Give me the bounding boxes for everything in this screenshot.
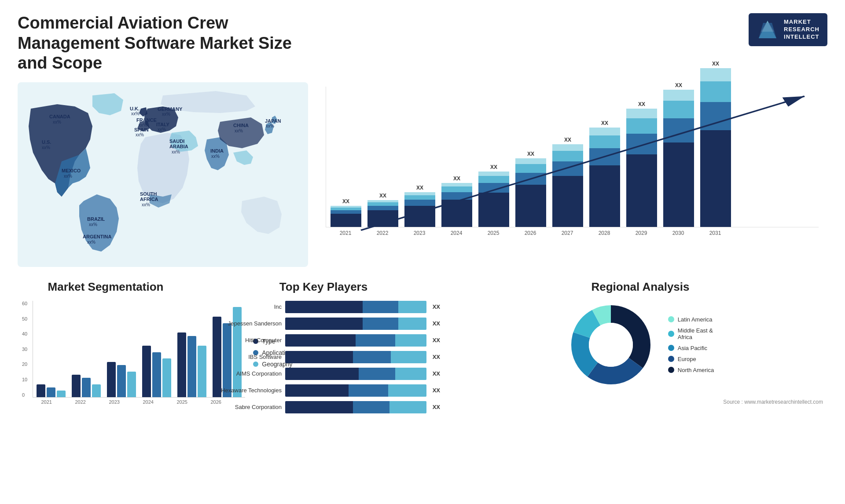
bar-2023: XX (404, 185, 435, 227)
legend-asia-pacific: Asia Pacific (668, 345, 714, 351)
spain-label: SPAIN (134, 127, 149, 132)
player-aims-bar (285, 368, 426, 380)
donut-chart (567, 301, 655, 389)
legend-middle-east-africa: Middle East &Africa (668, 327, 714, 340)
germany-value: xx% (162, 112, 170, 117)
world-map: CANADA xx% U.S. xx% MEXICO xx% BRAZIL xx… (18, 82, 308, 267)
argentina-label: ARGENTINA (83, 234, 111, 239)
spain-value: xx% (136, 132, 144, 137)
player-ibs: IBS Software XX (207, 351, 440, 363)
source-text: Source : www.marketresearchintellect.com (723, 399, 823, 405)
bar-2026: XX (515, 151, 546, 227)
bar-2022: XX (367, 193, 398, 227)
regional-section: Regional Analysis (453, 276, 827, 418)
segmentation-section: Market Segmentation 0 10 20 30 40 50 60 (18, 276, 194, 418)
player-inc: Inc XX (207, 301, 440, 313)
player-hexaware-bar (285, 384, 426, 397)
india-value: xx% (211, 154, 220, 159)
legend-latin-america: Latin America (668, 316, 714, 323)
legend-europe: Europe (668, 356, 714, 362)
source-area: Source : www.marketresearchintellect.com (458, 398, 823, 405)
key-players-section: Top Key Players Inc XX Jepessen Sanderso… (202, 276, 445, 418)
player-hitit-bar (285, 334, 426, 347)
logo-text: MARKET RESEARCH INTELLECT (784, 18, 819, 41)
regional-title: Regional Analysis (458, 280, 823, 294)
saudi-value: xx% (172, 150, 180, 154)
canada-value: xx% (53, 120, 61, 124)
bottom-grid: Market Segmentation 0 10 20 30 40 50 60 (18, 276, 827, 418)
italy-label: ITALY (156, 122, 170, 127)
bar-2030: XX (663, 82, 694, 227)
china-value: xx% (235, 128, 243, 133)
player-sabre: Sabre Corporation XX (207, 401, 440, 413)
legend-north-america: North America (668, 367, 714, 373)
player-aims: AIMS Corporation XX (207, 368, 440, 380)
bar-chart-x-labels: 2021 2022 2023 2024 2025 2026 2027 2028 … (330, 230, 819, 236)
italy-value: xx% (158, 127, 166, 132)
player-list: Inc XX Jepessen Sanderson (207, 301, 440, 413)
uk-value: xx% (131, 111, 140, 116)
bar-2021: XX (331, 198, 361, 227)
seg-group-2024 (142, 346, 171, 397)
bar-2024: XX (441, 175, 472, 227)
seg-group-2023 (107, 362, 136, 397)
svg-point-11 (589, 323, 633, 367)
seg-group-2021 (37, 384, 66, 397)
germany-label: GERMANY (158, 106, 183, 112)
bar-2028: XX (589, 120, 620, 227)
player-jepessen-bar (285, 318, 426, 330)
segmentation-title: Market Segmentation (22, 280, 189, 294)
japan-value: xx% (266, 124, 274, 128)
regional-content: Latin America Middle East &Africa Asia P… (458, 301, 823, 389)
mexico-label: MEXICO (62, 168, 81, 173)
south-africa-label: SOUTH (140, 191, 157, 197)
bar-2027: XX (552, 137, 583, 227)
south-africa-label2: AFRICA (140, 197, 158, 202)
south-africa-value: xx% (142, 202, 150, 207)
bar-2029: XX (626, 101, 657, 227)
india-label: INDIA (210, 148, 224, 153)
saudi-label: SAUDI (169, 139, 184, 144)
key-players-title: Top Key Players (207, 280, 440, 294)
mexico-value: xx% (64, 174, 72, 179)
saudi-label2: ARABIA (169, 144, 188, 149)
uk-label: U.K. (130, 106, 140, 111)
china-label: CHINA (233, 123, 249, 128)
player-jepessen: Jepessen Sanderson XX (207, 318, 440, 330)
seg-group-2022 (72, 375, 101, 397)
logo-icon (757, 18, 779, 40)
market-bar-chart-section: XX XX (317, 82, 827, 267)
bar-2025: XX (478, 164, 509, 227)
segmentation-chart-area: 0 10 20 30 40 50 60 (22, 301, 189, 405)
france-label: FRANCE (136, 117, 157, 123)
logo: MARKET RESEARCH INTELLECT (749, 13, 827, 46)
bar-2031: XX (700, 61, 731, 227)
player-inc-bar (285, 301, 426, 313)
regional-legend: Latin America Middle East &Africa Asia P… (668, 316, 714, 373)
japan-label: JAPAN (265, 118, 281, 124)
us-label: U.S. (42, 139, 51, 145)
donut-svg (567, 301, 655, 389)
seg-y-axis: 0 10 20 30 40 50 60 (22, 301, 27, 398)
player-hitit: Hitit Computer XX (207, 334, 440, 347)
player-sabre-bar (285, 401, 426, 413)
brazil-value: xx% (89, 222, 97, 227)
player-hexaware: Hexaware Technologies XX (207, 384, 440, 397)
page-container: Commercial Aviation Crew Management Soft… (0, 0, 845, 504)
us-value: xx% (42, 145, 50, 150)
player-ibs-bar (285, 351, 426, 363)
page-title: Commercial Aviation Crew Management Soft… (18, 13, 326, 73)
argentina-value: xx% (87, 240, 96, 245)
canada-label: CANADA (49, 114, 70, 119)
bar-chart-bars: XX XX (326, 87, 819, 227)
map-section: CANADA xx% U.S. xx% MEXICO xx% BRAZIL xx… (18, 82, 308, 267)
brazil-label: BRAZIL (87, 216, 105, 222)
